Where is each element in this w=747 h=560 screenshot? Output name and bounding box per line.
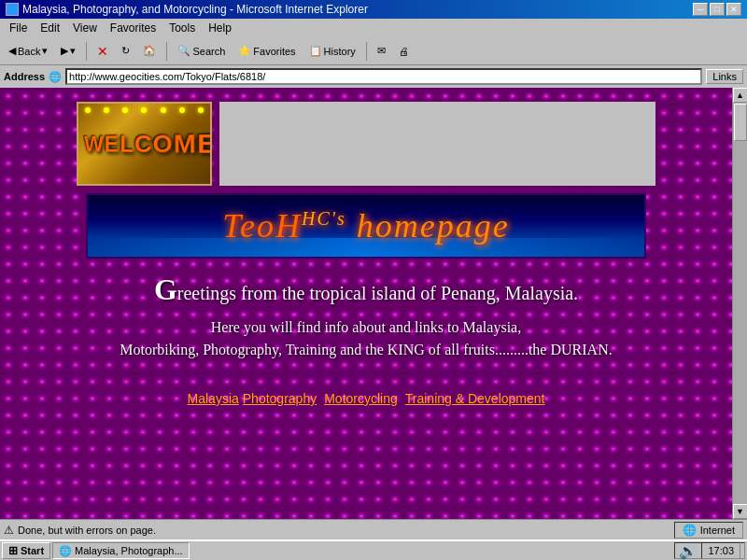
taskbar: ⊞ Start 🌐 Malaysia, Photograph... 🔊 17:0… — [0, 539, 747, 560]
light-3 — [122, 107, 128, 113]
start-button[interactable]: ⊞ Start — [2, 542, 50, 559]
print-button[interactable]: 🖨 — [394, 40, 414, 63]
taskbar-ie-label: Malaysia, Photograph... — [75, 545, 183, 556]
welcome-image: WELCOME — [77, 102, 212, 186]
window-controls[interactable]: ─ □ ✕ — [693, 3, 741, 16]
status-bar: ⚠ Done, but with errors on page. 🌐 Inter… — [0, 519, 747, 539]
history-button[interactable]: 📋 History — [304, 40, 360, 63]
status-warning-icon: ⚠ — [4, 524, 14, 537]
history-icon: 📋 — [309, 45, 322, 57]
favorites-button[interactable]: ⭐ Favorites — [233, 40, 300, 63]
forward-dropdown-icon[interactable]: ▾ — [70, 45, 76, 57]
address-bar: Address 🌐 Links — [0, 65, 747, 88]
greetings-section: Greetings from the tropical island of Pe… — [120, 273, 612, 361]
stop-icon: ✕ — [97, 44, 108, 59]
lights-decoration — [78, 107, 210, 113]
address-label: Address — [4, 71, 45, 82]
stop-button[interactable]: ✕ — [92, 40, 113, 63]
history-label: History — [324, 46, 356, 57]
title-bar: 🌐 Malaysia, Photography, and Motorcyclin… — [0, 0, 747, 19]
page-content: WELCOME TeoHHC's homepage Greetings from… — [9, 97, 723, 406]
menu-file[interactable]: File — [4, 21, 33, 35]
header-image-placeholder — [219, 102, 655, 186]
homepage-title: TeoHHC's homepage — [222, 206, 510, 245]
taskbar-clock: 17:03 — [701, 542, 740, 559]
scroll-down-button[interactable]: ▼ — [733, 504, 748, 519]
search-button[interactable]: 🔍 Search — [173, 40, 230, 63]
greeting-sub-2: Motorbiking, Photography, Training and t… — [120, 339, 612, 361]
print-icon: 🖨 — [399, 46, 409, 57]
nav-motorcycling[interactable]: Motorcycling — [324, 391, 398, 406]
back-icon: ◀ — [8, 45, 16, 57]
menu-help[interactable]: Help — [203, 21, 237, 35]
favorites-icon: ⭐ — [238, 45, 251, 57]
toolbar-divider-1 — [86, 42, 87, 61]
browser-content: WELCOME TeoHHC's homepage Greetings from… — [0, 88, 732, 519]
search-icon: 🔍 — [177, 45, 190, 57]
welcome-text: WELCOME — [84, 128, 212, 160]
homepage-hc: HC's — [302, 208, 346, 229]
refresh-icon: ↻ — [121, 45, 130, 57]
minimize-button[interactable]: ─ — [693, 3, 708, 16]
light-2 — [104, 107, 109, 113]
app-icon: 🌐 — [6, 3, 19, 16]
taskbar-tray: 🔊 17:03 — [674, 542, 745, 559]
light-5 — [161, 107, 166, 113]
greeting-main: Greetings from the tropical island of Pe… — [120, 273, 612, 307]
tray-icon: 🔊 — [679, 542, 698, 560]
back-label: Back — [18, 46, 40, 57]
scroll-up-button[interactable]: ▲ — [733, 88, 748, 103]
light-1 — [85, 107, 91, 113]
mail-button[interactable]: ✉ — [373, 40, 390, 63]
start-windows-icon: ⊞ — [8, 544, 18, 557]
menu-view[interactable]: View — [67, 21, 103, 35]
nav-photography[interactable]: Photography — [243, 391, 317, 406]
forward-icon: ▶ — [61, 45, 68, 57]
links-button[interactable]: Links — [706, 69, 743, 84]
home-button[interactable]: 🏠 — [138, 40, 161, 63]
menu-bar: File Edit View Favorites Tools Help — [0, 19, 747, 37]
back-dropdown-icon[interactable]: ▾ — [42, 45, 48, 57]
address-input[interactable] — [65, 68, 702, 85]
refresh-button[interactable]: ↻ — [117, 40, 134, 63]
browser-content-area: WELCOME TeoHHC's homepage Greetings from… — [0, 88, 747, 519]
homepage-banner: TeoHHC's homepage — [86, 193, 646, 259]
greeting-rest: reetings from the tropical island of Pen… — [177, 283, 578, 303]
menu-edit[interactable]: Edit — [35, 21, 65, 35]
nav-training[interactable]: Training & Development — [405, 391, 545, 406]
homepage-title-teoh: TeoH — [222, 207, 302, 245]
greeting-sub-1: Here you will find info about and links … — [120, 316, 612, 339]
light-6 — [179, 107, 185, 113]
scrollbar[interactable]: ▲ ▼ — [732, 88, 747, 519]
home-icon: 🏠 — [143, 45, 156, 57]
back-button[interactable]: ◀ Back ▾ — [4, 40, 52, 63]
welcome-area: WELCOME — [77, 102, 655, 186]
zone-icon: 🌐 — [683, 524, 697, 537]
mail-icon: ✉ — [377, 45, 386, 57]
toolbar-divider-3 — [366, 42, 367, 61]
window-title: Malaysia, Photography, and Motorcycling … — [22, 3, 368, 16]
maximize-button[interactable]: □ — [710, 3, 725, 16]
nav-links: Malaysia Photography Motorcycling Traini… — [188, 391, 545, 406]
toolbar: ◀ Back ▾ ▶ ▾ ✕ ↻ 🏠 🔍 Search ⭐ Favorites … — [0, 37, 747, 65]
status-text: Done, but with errors on page. — [18, 525, 670, 536]
forward-button[interactable]: ▶ ▾ — [56, 40, 80, 63]
toolbar-divider-2 — [166, 42, 167, 61]
scrollbar-track[interactable] — [733, 103, 748, 504]
scrollbar-thumb[interactable] — [734, 104, 747, 141]
greeting-big-g: G — [154, 273, 177, 306]
favorites-label: Favorites — [253, 46, 295, 57]
taskbar-ie-item[interactable]: 🌐 Malaysia, Photograph... — [52, 542, 190, 559]
light-4 — [141, 107, 147, 113]
zone-label: Internet — [700, 525, 735, 536]
light-7 — [198, 107, 204, 113]
nav-malaysia[interactable]: Malaysia — [188, 391, 239, 406]
menu-favorites[interactable]: Favorites — [105, 21, 162, 35]
status-zone: 🌐 Internet — [674, 522, 743, 539]
search-label: Search — [192, 46, 225, 57]
close-button[interactable]: ✕ — [726, 3, 741, 16]
menu-tools[interactable]: Tools — [163, 21, 201, 35]
start-label: Start — [21, 545, 44, 556]
taskbar-ie-icon: 🌐 — [59, 545, 72, 557]
address-icon: 🌐 — [49, 71, 62, 83]
